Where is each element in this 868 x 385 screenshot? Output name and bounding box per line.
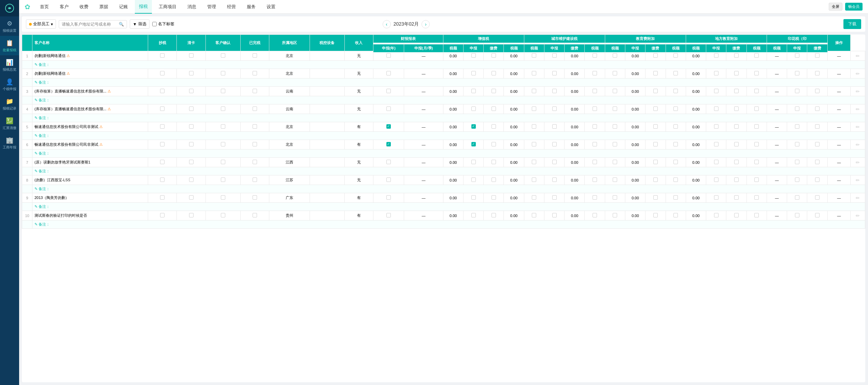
local-extra-checkbox[interactable] [754, 160, 759, 164]
urban-extra-checkbox[interactable] [593, 213, 597, 217]
stamp-declare-checkbox[interactable] [795, 53, 799, 58]
local-extra-cell[interactable] [746, 158, 767, 167]
financial-annual[interactable] [373, 122, 404, 132]
local-declare-checkbox[interactable] [714, 160, 718, 164]
edu-amount-checkbox[interactable] [613, 106, 617, 111]
vat-declare-cell[interactable] [463, 122, 483, 132]
vat-declare-cell[interactable] [463, 193, 483, 203]
edit-icon[interactable]: ✏ [856, 195, 860, 201]
edu-extra-cell[interactable] [666, 158, 686, 167]
local-pay-checkbox[interactable] [734, 160, 739, 164]
edu-amount-checkbox[interactable] [613, 213, 617, 217]
urban-extra-cell[interactable] [585, 193, 605, 203]
copy-tax-checkbox[interactable] [160, 160, 165, 164]
urban-extra-checkbox[interactable] [593, 124, 597, 129]
customer-confirm-checkbox[interactable] [221, 160, 225, 164]
urban-amount-checkbox[interactable] [532, 124, 536, 129]
local-pay-checkbox[interactable] [734, 124, 739, 129]
stamp-declare-cell[interactable] [787, 158, 807, 167]
nav-service[interactable]: 服务 [243, 0, 260, 14]
paid-tax-checkbox[interactable] [253, 213, 257, 217]
nav-operation[interactable]: 经营 [223, 0, 240, 14]
stamp-pay-cell[interactable] [807, 122, 827, 132]
local-declare-checkbox[interactable] [714, 142, 718, 146]
clear-card-cell[interactable] [177, 175, 206, 185]
employee-filter-select[interactable]: 全部员工 ▾ [26, 19, 56, 29]
stamp-declare-cell[interactable] [787, 69, 807, 79]
urban-extra-checkbox[interactable] [593, 195, 597, 200]
copy-tax-cell[interactable] [148, 69, 177, 79]
edit-icon[interactable]: ✏ [856, 213, 860, 218]
urban-declare-cell[interactable] [544, 158, 564, 167]
customer-confirm-checkbox[interactable] [221, 195, 225, 200]
urban-extra-checkbox[interactable] [593, 53, 597, 58]
clear-card-cell[interactable] [177, 51, 206, 61]
urban-extra-cell[interactable] [585, 104, 605, 114]
copy-tax-cell[interactable] [148, 193, 177, 203]
urban-amount-cell[interactable] [524, 175, 544, 185]
vat-pay-cell[interactable] [484, 51, 504, 61]
vat-pay-cell[interactable] [484, 104, 504, 114]
local-pay-cell[interactable] [726, 140, 746, 149]
urban-declare-checkbox[interactable] [552, 160, 557, 164]
urban-declare-checkbox[interactable] [552, 142, 557, 146]
edu-amount-cell[interactable] [605, 122, 625, 132]
local-declare-cell[interactable] [706, 104, 726, 114]
paid-tax-checkbox[interactable] [253, 124, 257, 129]
financial-annual[interactable] [373, 87, 404, 96]
local-pay-cell[interactable] [726, 193, 746, 203]
financial-annual[interactable] [373, 104, 404, 114]
stamp-declare-cell[interactable] [787, 122, 807, 132]
urban-extra-cell[interactable] [585, 122, 605, 132]
urban-extra-checkbox[interactable] [593, 89, 597, 93]
note-edit-icon[interactable]: ✎ [34, 151, 38, 155]
edu-pay-checkbox[interactable] [653, 177, 658, 182]
paid-tax-checkbox[interactable] [253, 160, 257, 164]
local-extra-cell[interactable] [746, 122, 767, 132]
paid-tax-checkbox[interactable] [253, 177, 257, 182]
customer-confirm-cell[interactable] [206, 104, 241, 114]
edu-pay-checkbox[interactable] [653, 213, 658, 217]
urban-extra-cell[interactable] [585, 51, 605, 61]
edu-extra-checkbox[interactable] [673, 160, 678, 164]
stamp-declare-cell[interactable] [787, 87, 807, 96]
vat-pay-checkbox[interactable] [492, 71, 496, 75]
urban-amount-checkbox[interactable] [532, 142, 536, 146]
vat-declare-checkbox[interactable] [471, 71, 476, 75]
local-pay-checkbox[interactable] [734, 71, 739, 75]
stamp-declare-cell[interactable] [787, 193, 807, 203]
edu-extra-cell[interactable] [666, 175, 686, 185]
local-pay-cell[interactable] [726, 51, 746, 61]
stamp-declare-checkbox[interactable] [795, 124, 799, 129]
urban-extra-cell[interactable] [585, 69, 605, 79]
vat-declare-checkbox[interactable] [471, 89, 476, 93]
copy-tax-cell[interactable] [148, 140, 177, 149]
paid-tax-checkbox[interactable] [253, 53, 257, 58]
edu-amount-checkbox[interactable] [613, 195, 617, 200]
edu-extra-cell[interactable] [666, 211, 686, 220]
urban-amount-checkbox[interactable] [532, 53, 536, 58]
customer-confirm-checkbox[interactable] [221, 142, 225, 146]
edu-amount-cell[interactable] [605, 87, 625, 96]
local-extra-cell[interactable] [746, 51, 767, 61]
stamp-pay-checkbox[interactable] [815, 124, 820, 129]
nav-billing[interactable]: 收费 [75, 0, 93, 14]
vat-declare-checkbox[interactable] [471, 160, 476, 164]
urban-extra-cell[interactable] [585, 87, 605, 96]
local-pay-checkbox[interactable] [734, 177, 739, 182]
customer-confirm-cell[interactable] [206, 69, 241, 79]
local-declare-checkbox[interactable] [714, 106, 718, 111]
edu-extra-cell[interactable] [666, 51, 686, 61]
filter-button[interactable]: ▼ 筛选 [130, 19, 150, 29]
fullscreen-btn[interactable]: 全屏 [829, 3, 842, 11]
local-declare-checkbox[interactable] [714, 195, 718, 200]
edu-pay-checkbox[interactable] [653, 142, 658, 146]
customer-confirm-checkbox[interactable] [221, 177, 225, 182]
paid-tax-cell[interactable] [240, 51, 269, 61]
stamp-pay-cell[interactable] [807, 158, 827, 167]
edu-amount-cell[interactable] [605, 211, 625, 220]
urban-declare-cell[interactable] [544, 193, 564, 203]
paid-tax-checkbox[interactable] [253, 142, 257, 146]
urban-amount-cell[interactable] [524, 211, 544, 220]
urban-amount-cell[interactable] [524, 69, 544, 79]
